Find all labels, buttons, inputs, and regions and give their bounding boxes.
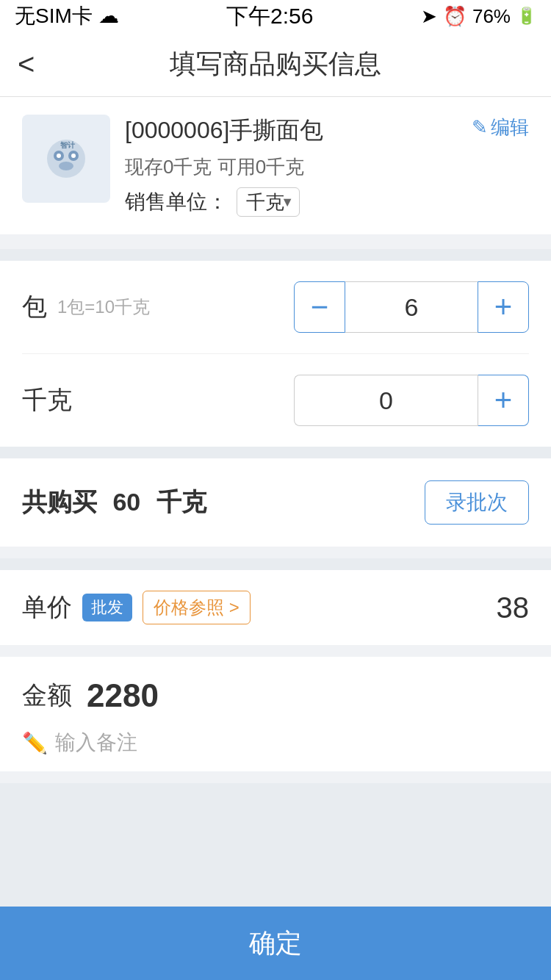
kg-label: 千克 bbox=[22, 383, 72, 417]
input-section: 包 1包=10千克 − + 千克 + bbox=[0, 261, 551, 447]
price-label: 单价 bbox=[22, 591, 72, 624]
note-row[interactable]: ✏️ 输入备注 bbox=[22, 729, 529, 757]
amount-label: 金额 bbox=[22, 679, 72, 713]
amount-section: 金额 2280 ✏️ 输入备注 bbox=[0, 657, 551, 771]
product-thumbnail: 智计 bbox=[22, 115, 110, 203]
bag-label: 包 1包=10千克 bbox=[22, 290, 150, 324]
bag-qty-control: − + bbox=[294, 281, 529, 333]
bag-qty-input[interactable] bbox=[345, 281, 478, 333]
page-title: 填写商品购买信息 bbox=[170, 46, 381, 82]
status-right: ➤ ⏰ 76% 🔋 bbox=[421, 5, 536, 28]
separator-1 bbox=[0, 249, 551, 261]
confirm-button[interactable]: 确定 bbox=[0, 907, 551, 980]
product-logo-icon: 智计 bbox=[44, 137, 88, 181]
separator-3 bbox=[0, 558, 551, 570]
kg-input-row: 千克 + bbox=[22, 354, 529, 447]
bag-plus-button[interactable]: + bbox=[478, 281, 529, 333]
product-unit-row: 销售单位： 千克 包 bbox=[125, 187, 529, 217]
price-section: 单价 批发 价格参照 > 38 bbox=[0, 570, 551, 645]
status-left: 无SIM卡 ☁ bbox=[15, 2, 119, 30]
back-button[interactable]: < bbox=[18, 48, 35, 81]
kg-qty-control: + bbox=[294, 375, 529, 426]
status-bar: 无SIM卡 ☁ 下午2:56 ➤ ⏰ 76% 🔋 bbox=[0, 0, 551, 32]
price-type-tag: 批发 bbox=[82, 594, 132, 621]
battery-label: 76% bbox=[472, 5, 511, 28]
price-ref-button[interactable]: 价格参照 > bbox=[143, 591, 251, 624]
bag-input-row: 包 1包=10千克 − + bbox=[22, 261, 529, 354]
kg-plus-button[interactable]: + bbox=[478, 375, 529, 426]
edit-icon: ✎ bbox=[472, 116, 488, 139]
note-label: 输入备注 bbox=[55, 729, 137, 757]
product-stock: 现存0千克 可用0千克 bbox=[125, 154, 529, 180]
product-name: [0000006]手撕面包 bbox=[125, 115, 323, 147]
svg-text:智计: 智计 bbox=[60, 141, 76, 149]
amount-row: 金额 2280 bbox=[22, 677, 529, 714]
bag-minus-button[interactable]: − bbox=[294, 281, 345, 333]
total-text: 共购买 60 千克 bbox=[22, 486, 206, 519]
location-icon: ➤ bbox=[421, 5, 437, 28]
product-card: 智计 [0000006]手撕面包 ✎ 编辑 现存0千克 可用0千克 销售单位： … bbox=[0, 97, 551, 234]
svg-point-4 bbox=[71, 154, 76, 158]
total-quantity: 60 bbox=[112, 488, 140, 516]
svg-point-5 bbox=[59, 162, 73, 170]
battery-icon: 🔋 bbox=[516, 7, 536, 26]
price-value: 38 bbox=[497, 591, 530, 624]
svg-point-3 bbox=[57, 154, 61, 158]
kg-qty-input[interactable] bbox=[294, 375, 478, 426]
sim-label: 无SIM卡 ☁ bbox=[15, 2, 119, 30]
product-info: [0000006]手撕面包 ✎ 编辑 现存0千克 可用0千克 销售单位： 千克 … bbox=[125, 115, 529, 217]
unit-select[interactable]: 千克 包 bbox=[237, 187, 300, 217]
bag-hint: 1包=10千克 bbox=[57, 295, 150, 319]
status-time: 下午2:56 bbox=[226, 1, 313, 32]
separator-2 bbox=[0, 447, 551, 458]
edit-button[interactable]: ✎ 编辑 bbox=[472, 115, 529, 140]
total-section: 共购买 60 千克 录批次 bbox=[0, 458, 551, 547]
note-icon: ✏️ bbox=[22, 731, 48, 755]
batch-button[interactable]: 录批次 bbox=[425, 480, 529, 525]
nav-bar: < 填写商品购买信息 bbox=[0, 32, 551, 97]
price-left: 单价 批发 价格参照 > bbox=[22, 591, 251, 624]
amount-value: 2280 bbox=[87, 677, 159, 714]
alarm-icon: ⏰ bbox=[443, 5, 467, 28]
unit-label: 销售单位： bbox=[125, 188, 228, 216]
unit-select-wrap[interactable]: 千克 包 bbox=[237, 187, 300, 217]
